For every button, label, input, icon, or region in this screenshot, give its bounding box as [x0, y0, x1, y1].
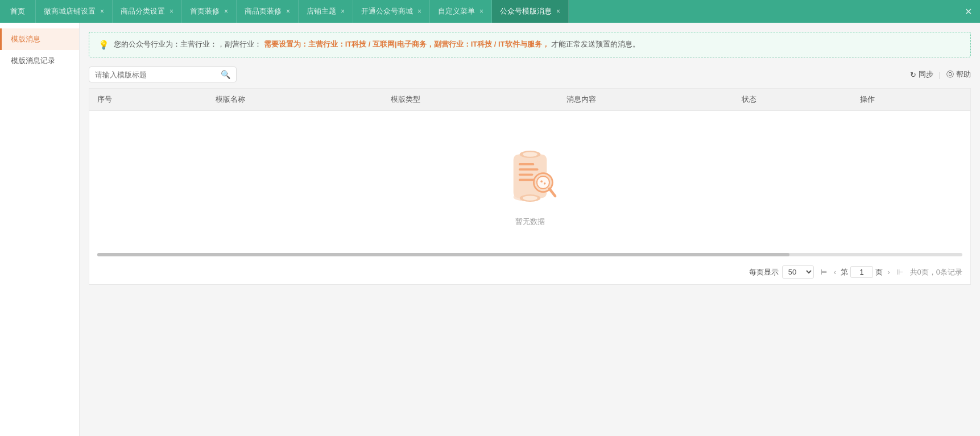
toolbar: 🔍 ↻ 同步 | ⓪ 帮助: [89, 67, 971, 82]
table-wrapper: 序号模版名称模版类型消息内容状态操作: [89, 88, 971, 285]
svg-rect-5: [518, 173, 533, 176]
help-button[interactable]: ⓪ 帮助: [946, 69, 971, 80]
tab-theme[interactable]: 店铺主题×: [299, 0, 353, 23]
tab-product-page[interactable]: 商品页装修×: [237, 0, 299, 23]
sync-button[interactable]: ↻ 同步: [910, 69, 933, 80]
search-input[interactable]: [95, 70, 217, 79]
col-name: 模版名称: [208, 89, 383, 111]
svg-point-8: [523, 196, 537, 200]
toolbar-divider: |: [939, 70, 941, 79]
sync-icon: ↻: [910, 70, 916, 79]
scrollbar-track: [97, 253, 962, 256]
notice-icon: 💡: [98, 40, 109, 50]
tab-open-mall-close[interactable]: ×: [417, 7, 421, 15]
search-box: 🔍: [89, 67, 237, 82]
toolbar-right: ↻ 同步 | ⓪ 帮助: [910, 69, 971, 80]
tab-open-mall[interactable]: 开通公众号商城×: [353, 0, 430, 23]
tab-template-msg[interactable]: 公众号模版消息×: [492, 0, 569, 23]
tab-label: 公众号模版消息: [500, 6, 552, 16]
tab-wechat-store-close[interactable]: ×: [100, 7, 104, 15]
scrollbar-thumb: [97, 253, 789, 256]
sync-label: 同步: [919, 69, 933, 80]
tab-label: 开通公众号商城: [361, 6, 413, 16]
tab-wechat-store[interactable]: 微商城店铺设置×: [36, 0, 113, 23]
horizontal-scrollbar[interactable]: [89, 250, 970, 260]
search-icon[interactable]: 🔍: [221, 70, 230, 79]
tab-product-page-close[interactable]: ×: [286, 7, 290, 15]
page-size-dropdown[interactable]: 102050100: [782, 265, 814, 279]
tab-category[interactable]: 商品分类设置×: [113, 0, 182, 23]
sidebar-template-msg[interactable]: 模版消息: [0, 28, 79, 50]
tab-label: 首页装修: [190, 6, 220, 16]
svg-point-2: [523, 152, 537, 156]
col-status: 状态: [734, 89, 852, 111]
notice-text: 您的公众号行业为：主营行业：，副营行业： 需要设置为：主营行业：IT科技 / 互…: [114, 39, 640, 49]
empty-illustration: [499, 145, 561, 207]
tab-custom-menu[interactable]: 自定义菜单×: [430, 0, 492, 23]
close-all-button[interactable]: ✕: [957, 0, 980, 23]
svg-rect-3: [518, 163, 534, 165]
page-size-label: 每页显示: [749, 267, 779, 277]
svg-rect-4: [518, 168, 538, 171]
content-area: 💡 您的公众号行业为：主营行业：，副营行业： 需要设置为：主营行业：IT科技 /…: [80, 23, 980, 436]
sidebar: 模版消息模版消息记录: [0, 23, 80, 436]
page-nav: ⊨ ‹ 第 页 › ⊩: [818, 266, 905, 278]
last-page-button[interactable]: ⊩: [895, 267, 905, 277]
svg-line-11: [549, 189, 555, 196]
first-page-button[interactable]: ⊨: [818, 267, 829, 277]
empty-text: 暂无数据: [515, 217, 545, 227]
tab-homepage[interactable]: 首页装修×: [182, 0, 237, 23]
page-label-pre: 第: [841, 267, 848, 277]
svg-point-12: [540, 180, 543, 182]
col-content: 消息内容: [559, 89, 734, 111]
col-type: 模版类型: [383, 89, 558, 111]
notice-banner: 💡 您的公众号行业为：主营行业：，副营行业： 需要设置为：主营行业：IT科技 /…: [89, 32, 971, 57]
data-table: 序号模版名称模版类型消息内容状态操作: [89, 89, 970, 111]
tab-label: 商品分类设置: [121, 6, 165, 16]
tab-label: 商品页装修: [245, 6, 282, 16]
tab-homepage-close[interactable]: ×: [224, 7, 228, 15]
col-action: 操作: [852, 89, 970, 111]
help-label: 帮助: [956, 69, 971, 80]
tab-template-msg-close[interactable]: ×: [556, 7, 560, 15]
tab-label: 自定义菜单: [438, 6, 475, 16]
svg-point-10: [536, 176, 549, 189]
nav-home[interactable]: 首页: [0, 0, 36, 23]
tab-theme-close[interactable]: ×: [341, 7, 345, 15]
tab-category-close[interactable]: ×: [169, 7, 173, 15]
next-page-button[interactable]: ›: [885, 267, 892, 277]
page-size-select: 每页显示 102050100: [749, 265, 814, 279]
sidebar-template-log[interactable]: 模版消息记录: [0, 50, 79, 72]
tab-label: 微商城店铺设置: [44, 6, 96, 16]
page-label-post: 页: [875, 267, 883, 277]
help-icon: ⓪: [946, 69, 954, 80]
tab-custom-menu-close[interactable]: ×: [479, 7, 483, 15]
page-input[interactable]: [850, 266, 873, 278]
empty-state: 暂无数据: [89, 111, 970, 250]
col-index: 序号: [89, 89, 208, 111]
top-nav: 首页 微商城店铺设置×商品分类设置×首页装修×商品页装修×店铺主题×开通公众号商…: [0, 0, 980, 23]
prev-page-button[interactable]: ‹: [832, 267, 838, 277]
table-header-row: 序号模版名称模版类型消息内容状态操作: [89, 89, 970, 111]
pagination: 每页显示 102050100 ⊨ ‹ 第 页 › ⊩ 共0页，0条记录: [89, 260, 970, 284]
svg-point-13: [543, 182, 545, 185]
tab-label: 店铺主题: [307, 6, 336, 16]
total-info: 共0页，0条记录: [910, 267, 962, 277]
main-layout: 模版消息模版消息记录 💡 您的公众号行业为：主营行业：，副营行业： 需要设置为：…: [0, 23, 980, 436]
